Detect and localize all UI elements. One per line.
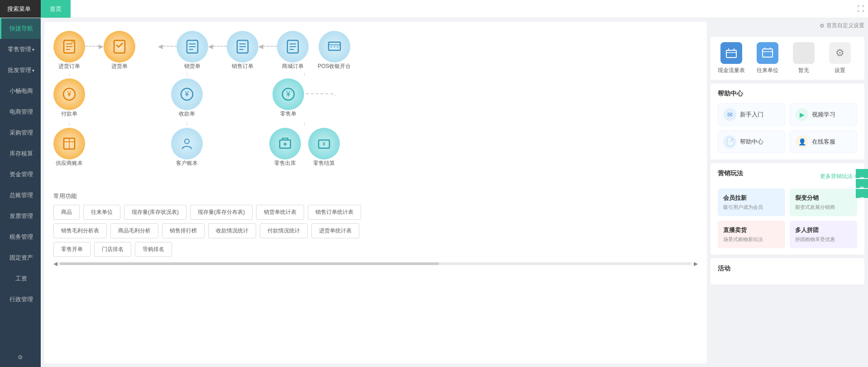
marketing-member[interactable]: 会员拉新 吸引用户成为会员 [718, 188, 785, 216]
node-supplier-account[interactable]: 供应商账本 [53, 128, 85, 167]
btn-goods-margin[interactable]: 商品毛利分析 [110, 223, 158, 238]
sidebar-item-retail[interactable]: 零售管理 ▾ [0, 39, 41, 60]
sidebar-item-ledger[interactable]: 总账管理 [0, 185, 41, 206]
help-center-title: 帮助中心 [718, 90, 857, 98]
sidebar-item-wholesale[interactable]: 批发管理 ▾ [0, 60, 41, 81]
home-tab[interactable]: 首页 [41, 0, 71, 18]
btn-purchase-stat[interactable]: 进货单统计表 [311, 223, 359, 238]
none-label: 暂无 [798, 67, 809, 74]
help-icon: 📄 [724, 135, 736, 148]
btn-sales-stat[interactable]: 销货单统计表 [256, 205, 304, 220]
quick-icon-settings[interactable]: ⚙ 设置 [826, 42, 854, 74]
content-area: 进货订单 ▶ 进货单 [41, 18, 868, 367]
search-menu[interactable]: 搜索菜单 [0, 0, 41, 18]
btn-guide-rank[interactable]: 导购排名 [135, 242, 172, 257]
node-retail-bill[interactable]: ¥ 零售单 [272, 78, 304, 118]
node-sales-order[interactable]: 销售订单 [227, 31, 258, 70]
svg-point-32 [185, 139, 189, 144]
marketing-live[interactable]: 直播卖货 场景式购物新玩法 [718, 221, 785, 248]
float-btn-service[interactable]: 客服热线 [856, 169, 868, 178]
settings-icon: ⚙ [18, 354, 23, 361]
marketing-member-desc: 吸引用户成为会员 [723, 204, 780, 211]
sidebar-item-label: 固定资产 [10, 254, 33, 262]
node-pos[interactable]: POS收银开台 [318, 31, 351, 70]
sidebar-item-admin[interactable]: 行政管理 [0, 289, 41, 310]
help-item-video[interactable]: ▶ 视频学习 [790, 103, 857, 126]
scrollbar[interactable]: ◀ ▶ [53, 261, 698, 267]
node-purchase-order[interactable]: 进货订单 [53, 31, 85, 70]
sidebar-item-payroll[interactable]: 工资 [0, 268, 41, 289]
svg-rect-20 [334, 46, 335, 48]
receipt-icon: ¥ [171, 78, 203, 110]
quick-icon-contacts[interactable]: 往来单位 [754, 42, 781, 74]
quick-icon-none[interactable]: 暂无 [790, 42, 817, 74]
beginner-icon: ✉ [724, 108, 736, 121]
help-item-beginner[interactable]: ✉ 新手入门 [718, 103, 785, 126]
marketing-fission[interactable]: 裂变分销 裂变式发展分销商 [790, 188, 857, 216]
sidebar-item-inventory[interactable]: 库存核算 [0, 143, 41, 164]
sidebar-item-quick-nav[interactable]: 快捷导航 [0, 18, 41, 39]
node-purchase-bill[interactable]: 进货单 [104, 31, 135, 70]
btn-sales-margin[interactable]: 销售毛利分析表 [53, 223, 107, 238]
float-buttons: 客服热线 服务社区 桌面快捷 [856, 169, 868, 198]
svg-rect-42 [763, 49, 773, 57]
pos-label: POS收银开台 [318, 63, 351, 70]
homepage-settings-header: ⚙ 首页自定义设置 [711, 22, 864, 29]
help-item-help[interactable]: 📄 帮助中心 [718, 130, 785, 153]
sidebar-item-assets[interactable]: 固定资产 [0, 247, 41, 268]
sidebar-item-purchase[interactable]: 采购管理 [0, 122, 41, 143]
sidebar: 快捷导航 零售管理 ▾ 批发管理 ▾ 小畅电商 电商管理 采购管理 库存核算 资 [0, 18, 41, 367]
btn-retail-order[interactable]: 零售开单 [53, 242, 91, 257]
marketing-group[interactable]: 多人拼团 拼团购物享受优惠 [790, 221, 857, 248]
btn-goods[interactable]: 商品 [53, 205, 80, 220]
btn-sales-order-stat[interactable]: 销售订单统计表 [308, 205, 361, 220]
scroll-thumb [59, 262, 439, 265]
scroll-left[interactable]: ◀ [53, 261, 57, 267]
more-marketing-link[interactable]: 更多营销玩法 > [820, 173, 857, 180]
btn-sales-rank[interactable]: 销售排行榜 [162, 223, 205, 238]
float-btn-shortcut[interactable]: 桌面快捷 [856, 189, 868, 198]
btn-store-rank[interactable]: 门店排名 [94, 242, 131, 257]
node-mall-order[interactable]: 商城订单 [277, 31, 309, 70]
homepage-settings-label[interactable]: 首页自定义设置 [826, 22, 864, 29]
sidebar-item-invoice[interactable]: 发票管理 [0, 206, 41, 227]
btn-receipt-stat[interactable]: 收款情况统计 [208, 223, 256, 238]
sidebar-settings[interactable]: ⚙ [0, 348, 41, 367]
node-receipt-bill[interactable]: ¥ 收款单 [171, 78, 203, 118]
btn-payment-stat[interactable]: 付款情况统计 [260, 223, 308, 238]
retail-outstock-icon [269, 128, 301, 159]
purchase-bill-label: 进货单 [111, 63, 128, 70]
marketing-header: 营销玩法 更多营销玩法 > [718, 169, 857, 183]
sidebar-item-label: 批发管理 [8, 66, 31, 74]
scroll-right[interactable]: ▶ [694, 261, 698, 267]
quick-icon-cashflow[interactable]: 现金流量表 [718, 42, 745, 74]
supplier-icon [53, 128, 85, 159]
common-functions-title: 常用功能 [53, 192, 698, 200]
node-retail-settle[interactable]: ¥ 零售结算 [308, 128, 340, 167]
sidebar-item-capital[interactable]: 资金管理 [0, 164, 41, 185]
cashflow-icon [720, 42, 742, 64]
customer-icon [171, 128, 203, 159]
maximize-button[interactable]: ⛶ [857, 5, 864, 13]
node-retail-outstock[interactable]: 零售出库 [269, 128, 301, 167]
sales-order-icon [227, 31, 258, 63]
marketing-live-title: 直播卖货 [723, 226, 780, 234]
marketing-title: 营销玩法 [718, 169, 743, 178]
sidebar-item-ecommerce[interactable]: 小畅电商 [0, 81, 41, 101]
sidebar-item-ecom-mgmt[interactable]: 电商管理 [0, 101, 41, 122]
top-bar: 搜索菜单 首页 ⛶ [0, 0, 868, 18]
btn-stock-status[interactable]: 现存量(库存状况表) [124, 205, 186, 220]
node-payment-bill[interactable]: ¥ 付款单 [53, 78, 85, 118]
btn-stock-dist[interactable]: 现存量(库存分布表) [190, 205, 253, 220]
gear-icon: ⚙ [820, 23, 825, 29]
beginner-label: 新手入门 [740, 111, 763, 119]
node-customer-account[interactable]: 客户账本 [171, 128, 203, 167]
node-sales-bill[interactable]: 销货单 [176, 31, 208, 70]
sidebar-item-label: 零售管理 [8, 45, 31, 53]
sidebar-item-label: 快捷导航 [10, 24, 33, 33]
receipt-bill-label: 收款单 [179, 110, 195, 118]
help-item-service[interactable]: 👤 在线客服 [790, 130, 857, 153]
sidebar-item-tax[interactable]: 税务管理 [0, 227, 41, 247]
btn-contacts[interactable]: 往来单位 [83, 205, 120, 220]
float-btn-community[interactable]: 服务社区 [856, 179, 868, 188]
